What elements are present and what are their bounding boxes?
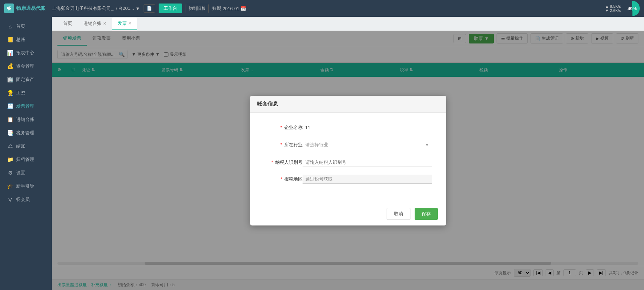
tax-id-field: * 纳税人识别号	[264, 158, 432, 167]
company-name-field-label: 企业名称	[284, 125, 303, 130]
sidebar-item-label: 工资	[16, 90, 25, 96]
tab-invoice-close[interactable]: ✕	[128, 21, 132, 26]
tax-id-field-label: 纳税人识别号	[275, 160, 303, 165]
sidebar-item-settings[interactable]: ⚙ 设置	[0, 166, 52, 180]
tax-region-field: * 报税地区	[264, 175, 432, 184]
cancel-button[interactable]: 取消	[387, 208, 410, 220]
funds-icon: 💰	[7, 63, 13, 69]
tab-home-label: 首页	[63, 20, 72, 27]
speed-up: ▲ 8.5K/s	[605, 4, 621, 8]
company-name: 上海卯金刀电子科技有限公司_（台201...	[52, 5, 134, 12]
workbench-button[interactable]: 工作台	[159, 4, 182, 13]
save-button[interactable]: 保存	[415, 208, 438, 220]
tab-purchase-sale-close[interactable]: ✕	[103, 21, 106, 26]
settings-icon: ⚙	[7, 170, 13, 176]
logo-text: 畅康通易代账	[16, 5, 46, 12]
topbar: 畅 畅康通易代账 上海卯金刀电子科技有限公司_（台201... ▼ 📄 工作台 …	[0, 0, 644, 17]
sidebar-item-guide[interactable]: 🎓 新手引导	[0, 180, 52, 193]
archive-icon: 📁	[7, 156, 13, 163]
sidebar-item-ledger[interactable]: 📒 总账	[0, 33, 52, 46]
tab-invoice[interactable]: 发票 ✕	[112, 18, 137, 30]
member-icon: V	[7, 197, 13, 203]
modal-title: 账套信息	[250, 96, 446, 113]
sidebar-item-label: 新手引导	[16, 183, 34, 189]
logo: 畅 畅康通易代账	[4, 4, 46, 13]
industry-placeholder: 请选择行业	[305, 142, 328, 148]
modal-footer: 取消 保存	[250, 202, 446, 225]
sidebar-item-close-account[interactable]: ⚖ 结账	[0, 140, 52, 153]
sidebar-item-label: 进销台账	[16, 116, 34, 123]
usage-circle: 49%	[624, 1, 640, 16]
required-marker-2: *	[281, 142, 282, 147]
tax-region-field-label: 报税地区	[284, 176, 303, 182]
required-marker-3: *	[271, 160, 273, 165]
tax-region-label: * 报税地区	[264, 176, 303, 182]
tax-icon: 📑	[7, 130, 13, 136]
calendar-icon[interactable]: 📅	[241, 6, 246, 11]
sidebar-item-assets[interactable]: 🏢 固定资产	[0, 73, 52, 86]
invoice-icon: 🧾	[7, 103, 13, 109]
sidebar-item-archive[interactable]: 📁 归档管理	[0, 153, 52, 166]
assets-icon: 🏢	[7, 76, 13, 83]
sidebar-item-purchase-sale[interactable]: 📋 进销台账	[0, 113, 52, 126]
sidebar-item-label: 首页	[16, 23, 25, 29]
doc-button[interactable]: 📄	[144, 4, 155, 13]
sidebar-item-home[interactable]: ⌂ 首页	[0, 20, 52, 33]
industry-select[interactable]: 请选择行业 ▼	[303, 140, 432, 150]
company-name-label: * 企业名称	[264, 124, 303, 131]
layout: ⌂ 首页 📒 总账 📊 报表中心 💰 资金管理 🏢 固定资产 👷 工资 🧾 发票…	[0, 17, 644, 290]
sidebar-item-funds[interactable]: 💰 资金管理	[0, 60, 52, 73]
sidebar-item-tax[interactable]: 📑 税务管理	[0, 126, 52, 140]
company-name-input[interactable]	[303, 123, 432, 132]
sidebar-item-reports[interactable]: 📊 报表中心	[0, 46, 52, 60]
speed-down: ▼ 2.6K/s	[605, 8, 621, 13]
switch-old-button[interactable]: 切到旧版	[186, 4, 209, 13]
tab-purchase-sale-label: 进销台账	[83, 20, 102, 27]
period-label: 账期	[212, 5, 221, 12]
ledger-icon: 📒	[7, 36, 13, 43]
period-display: 账期 2016-01 📅	[212, 5, 247, 12]
reports-icon: 📊	[7, 50, 13, 56]
sidebar-item-label: 畅会员	[16, 196, 30, 203]
company-name-field: * 企业名称	[264, 123, 432, 132]
tax-id-input[interactable]	[303, 158, 432, 167]
tax-region-input	[303, 175, 432, 184]
sidebar-item-label: 结账	[16, 143, 25, 149]
required-marker-4: *	[281, 176, 282, 182]
main-content: 首页 进销台账 ✕ 发票 ✕ 销项发票 进项发票 费用小	[52, 17, 644, 290]
industry-field-label: 所在行业	[284, 142, 303, 147]
modal-body: * 企业名称 * 所在行业 请选择行业	[250, 113, 446, 202]
industry-label: * 所在行业	[264, 142, 303, 148]
content-area: 销项发票 进项发票 费用小票 ⊞ 取票 ▼ ☰ 批量操作	[52, 31, 644, 290]
sidebar-item-label: 税务管理	[16, 130, 34, 136]
required-marker: *	[281, 125, 282, 130]
purchase-sale-icon: 📋	[7, 116, 13, 123]
company-selector[interactable]: 上海卯金刀电子科技有限公司_（台201... ▼	[52, 5, 140, 12]
sidebar-item-member[interactable]: V 畅会员	[0, 193, 52, 206]
home-icon: ⌂	[7, 23, 13, 29]
tab-bar: 首页 进销台账 ✕ 发票 ✕	[52, 17, 644, 31]
tab-purchase-sale[interactable]: 进销台账 ✕	[78, 18, 112, 30]
logo-icon: 畅	[4, 4, 14, 13]
usage-percent: 49%	[628, 6, 637, 11]
sidebar-item-label: 设置	[16, 170, 25, 176]
industry-field: * 所在行业 请选择行业 ▼	[264, 140, 432, 150]
guide-icon: 🎓	[7, 183, 13, 189]
tax-id-label: * 纳税人识别号	[264, 159, 303, 166]
company-dropdown-icon[interactable]: ▼	[136, 6, 140, 11]
salary-icon: 👷	[7, 90, 13, 96]
sidebar-item-label: 总账	[16, 36, 25, 43]
topbar-right: ▲ 8.5K/s ▼ 2.6K/s 49%	[605, 1, 640, 16]
sidebar-item-label: 发票管理	[16, 103, 34, 109]
sidebar-item-label: 资金管理	[16, 63, 34, 69]
tab-home[interactable]: 首页	[57, 18, 78, 30]
sidebar-item-label: 报表中心	[16, 50, 34, 56]
sidebar-item-invoice[interactable]: 🧾 发票管理	[0, 100, 52, 113]
chevron-down-icon: ▼	[425, 142, 429, 147]
modal-dialog: 账套信息 * 企业名称 *	[250, 96, 446, 225]
sidebar-item-label: 归档管理	[16, 156, 34, 163]
network-speed: ▲ 8.5K/s ▼ 2.6K/s	[605, 4, 621, 13]
modal-overlay: 账套信息 * 企业名称 *	[52, 31, 644, 290]
sidebar-item-salary[interactable]: 👷 工资	[0, 86, 52, 100]
tab-invoice-label: 发票	[118, 20, 127, 27]
